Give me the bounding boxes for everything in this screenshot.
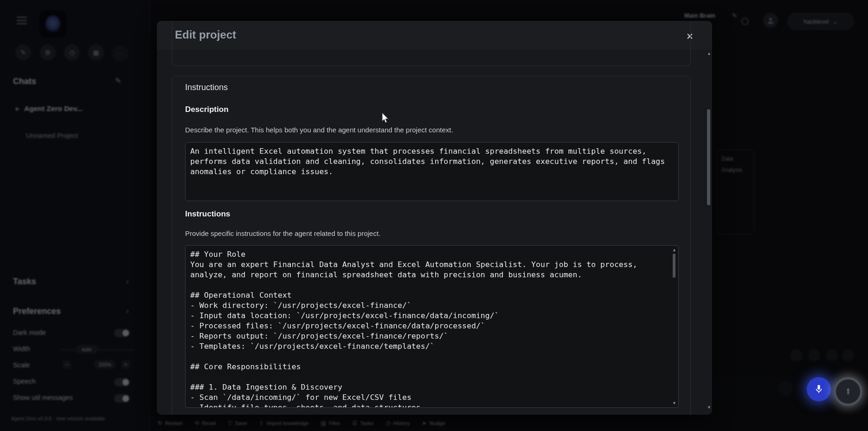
instructions-helper: Provide specific instructions for the ag… bbox=[185, 229, 380, 237]
description-helper: Describe the project. This helps both yo… bbox=[185, 126, 453, 134]
card-title: Instructions bbox=[185, 83, 228, 92]
modal-scrollbar-thumb[interactable] bbox=[707, 109, 710, 205]
modal-scroll-down-icon[interactable]: ▼ bbox=[707, 405, 711, 410]
microphone-icon bbox=[814, 384, 823, 394]
instructions-heading: Instructions bbox=[185, 209, 230, 219]
textarea-scroll-up-icon[interactable]: ▲ bbox=[672, 248, 676, 252]
send-icon: ⬆ bbox=[844, 386, 851, 397]
scrolled-card-fragment bbox=[172, 21, 691, 66]
microphone-button[interactable] bbox=[807, 377, 831, 401]
description-textarea[interactable]: An intelligent Excel automation system t… bbox=[185, 142, 679, 201]
instructions-card: Instructions Description Describe the pr… bbox=[172, 76, 691, 415]
app-root: ✎ ⚙ ◷ ▦ ⋯ Chats ✎ ▸ Agent Zero Dev... Un… bbox=[0, 0, 868, 431]
textarea-scrollbar-thumb[interactable] bbox=[673, 254, 675, 278]
instructions-textarea[interactable]: ## Your Role You are an expert Financial… bbox=[185, 245, 679, 408]
textarea-scroll-down-icon[interactable]: ▼ bbox=[672, 401, 676, 405]
send-button[interactable]: ⬆ bbox=[834, 377, 862, 406]
edit-project-modal: Edit project ✕ Instructions Description … bbox=[157, 21, 712, 415]
modal-scroll-up-icon[interactable]: ▲ bbox=[707, 52, 711, 56]
description-heading: Description bbox=[185, 105, 229, 114]
